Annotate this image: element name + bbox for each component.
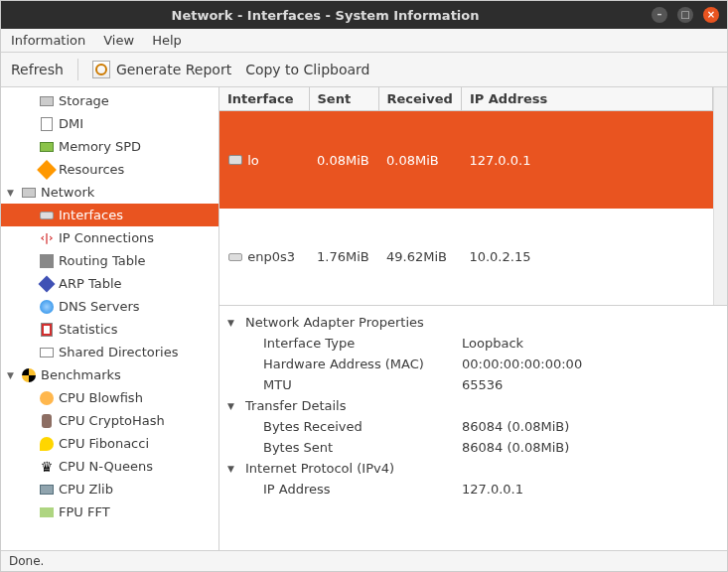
- maximize-button[interactable]: □: [677, 7, 693, 23]
- tree-item-ip-connections[interactable]: ‹|›IP Connections: [1, 226, 218, 249]
- interface-icon: [227, 152, 243, 168]
- menu-view[interactable]: View: [103, 33, 134, 48]
- col-received[interactable]: Received: [378, 87, 461, 111]
- chevron-down-icon[interactable]: ▼: [227, 464, 239, 474]
- prop-key: IP Address: [263, 482, 462, 497]
- group-network-adapter-properties[interactable]: ▼Network Adapter Properties: [223, 312, 723, 333]
- cell-sent: 1.76MiB: [309, 209, 378, 305]
- tree-item-cpu-cryptohash[interactable]: CPU CryptoHash: [1, 409, 218, 432]
- expander-icon[interactable]: ▼: [7, 188, 17, 198]
- interfaces-table[interactable]: Interface Sent Received IP Address lo 0.…: [219, 87, 713, 305]
- cell-received: 49.62MiB: [378, 209, 461, 305]
- cell-interface: lo: [247, 153, 259, 168]
- prop-key: Hardware Address (MAC): [263, 357, 462, 371]
- prop-ip-address: IP Address127.0.0.1: [223, 479, 723, 500]
- tree-label: Interfaces: [59, 208, 123, 222]
- tree-label: ARP Table: [59, 276, 122, 291]
- tree-item-benchmarks[interactable]: ▼Benchmarks: [1, 363, 218, 386]
- nqueens-icon: ♛: [39, 459, 55, 475]
- group-label: Internet Protocol (IPv4): [245, 461, 394, 476]
- table-row[interactable]: lo 0.08MiB 0.08MiB 127.0.0.1: [219, 111, 713, 210]
- copy-to-clipboard-button[interactable]: Copy to Clipboard: [245, 62, 369, 77]
- menu-information[interactable]: Information: [11, 33, 85, 48]
- fft-icon: [39, 504, 55, 520]
- prop-key: MTU: [263, 377, 462, 392]
- dmi-icon: [39, 116, 55, 132]
- generate-report-label: Generate Report: [116, 62, 231, 77]
- prop-bytes-sent: Bytes Sent86084 (0.08MiB): [223, 437, 723, 458]
- tree-item-arp-table[interactable]: ARP Table: [1, 272, 218, 295]
- tree-item-statistics[interactable]: Statistics: [1, 318, 218, 341]
- tree-item-storage[interactable]: Storage: [1, 89, 218, 112]
- fibonacci-icon: [39, 436, 55, 452]
- tree-item-resources[interactable]: Resources: [1, 158, 218, 181]
- generate-report-button[interactable]: Generate Report: [92, 61, 231, 78]
- tree-label: CPU Zlib: [59, 482, 113, 497]
- minimize-button[interactable]: –: [652, 7, 667, 23]
- interfaces-icon: [39, 208, 55, 223]
- prop-key: Interface Type: [263, 336, 462, 351]
- blowfish-icon: [39, 390, 55, 406]
- routing-icon: [39, 253, 55, 269]
- tree-item-network[interactable]: ▼Network: [1, 181, 218, 204]
- arp-icon: [39, 276, 55, 292]
- tree-item-cpu-blowfish[interactable]: CPU Blowfish: [1, 386, 218, 409]
- chevron-down-icon[interactable]: ▼: [227, 318, 239, 328]
- col-ip-address[interactable]: IP Address: [461, 87, 712, 111]
- prop-bytes-received: Bytes Received86084 (0.08MiB): [223, 416, 723, 437]
- statistics-icon: [39, 322, 55, 338]
- cell-sent: 0.08MiB: [309, 111, 378, 210]
- prop-value: 86084 (0.08MiB): [462, 419, 569, 434]
- tree-label: Memory SPD: [59, 139, 141, 154]
- tree-item-dmi[interactable]: DMI: [1, 112, 218, 135]
- menubar: Information View Help: [1, 29, 727, 53]
- sidebar-tree[interactable]: Storage DMI Memory SPD Resources ▼Networ…: [1, 87, 219, 550]
- chevron-down-icon[interactable]: ▼: [227, 401, 239, 411]
- tree-item-cpu-fibonacci[interactable]: CPU Fibonacci: [1, 432, 218, 455]
- tree-label: Benchmarks: [41, 367, 121, 382]
- group-transfer-details[interactable]: ▼Transfer Details: [223, 395, 723, 416]
- prop-mac: Hardware Address (MAC)00:00:00:00:00:00: [223, 354, 723, 374]
- refresh-button[interactable]: Refresh: [11, 62, 64, 77]
- tree-label: DNS Servers: [59, 299, 140, 314]
- tree-label: Statistics: [59, 322, 117, 337]
- shared-icon: [39, 345, 55, 360]
- titlebar: Network - Interfaces - System Informatio…: [1, 1, 727, 29]
- storage-icon: [39, 93, 55, 109]
- tree-label: CPU Fibonacci: [59, 436, 149, 451]
- tree-item-cpu-zlib[interactable]: CPU Zlib: [1, 478, 218, 500]
- interface-icon: [227, 249, 243, 265]
- properties-pane[interactable]: ▼Network Adapter Properties Interface Ty…: [219, 306, 727, 550]
- prop-value: Loopback: [462, 336, 523, 351]
- interfaces-table-wrap: Interface Sent Received IP Address lo 0.…: [219, 87, 727, 306]
- vertical-scrollbar[interactable]: [713, 87, 727, 305]
- col-sent[interactable]: Sent: [309, 87, 378, 111]
- tree-label: CPU Blowfish: [59, 390, 143, 405]
- status-bar: Done.: [1, 550, 727, 571]
- right-pane: Interface Sent Received IP Address lo 0.…: [219, 87, 727, 550]
- tree-item-interfaces[interactable]: Interfaces: [1, 204, 218, 226]
- group-ipv4[interactable]: ▼Internet Protocol (IPv4): [223, 458, 723, 479]
- tree-item-dns-servers[interactable]: DNS Servers: [1, 295, 218, 318]
- prop-mtu: MTU65536: [223, 374, 723, 395]
- menu-help[interactable]: Help: [152, 33, 182, 48]
- toolbar-separator: [77, 59, 78, 80]
- tree-item-routing-table[interactable]: Routing Table: [1, 249, 218, 272]
- col-interface[interactable]: Interface: [219, 87, 309, 111]
- prop-value: 127.0.0.1: [462, 482, 523, 497]
- cell-interface: enp0s3: [247, 249, 295, 264]
- close-button[interactable]: ×: [703, 7, 719, 23]
- cell-received: 0.08MiB: [378, 111, 461, 210]
- table-row[interactable]: enp0s3 1.76MiB 49.62MiB 10.0.2.15: [219, 209, 713, 305]
- prop-interface-type: Interface TypeLoopback: [223, 333, 723, 354]
- prop-key: Bytes Received: [263, 419, 462, 434]
- tree-item-shared-directories[interactable]: Shared Directories: [1, 341, 218, 363]
- prop-value: 00:00:00:00:00:00: [462, 357, 582, 371]
- ip-icon: ‹|›: [39, 230, 55, 246]
- network-icon: [21, 185, 37, 201]
- tree-item-memory-spd[interactable]: Memory SPD: [1, 135, 218, 158]
- tree-item-cpu-nqueens[interactable]: ♛CPU N-Queens: [1, 455, 218, 478]
- expander-icon[interactable]: ▼: [7, 370, 17, 380]
- zlib-icon: [39, 482, 55, 498]
- tree-item-fpu-fft[interactable]: FPU FFT: [1, 500, 218, 523]
